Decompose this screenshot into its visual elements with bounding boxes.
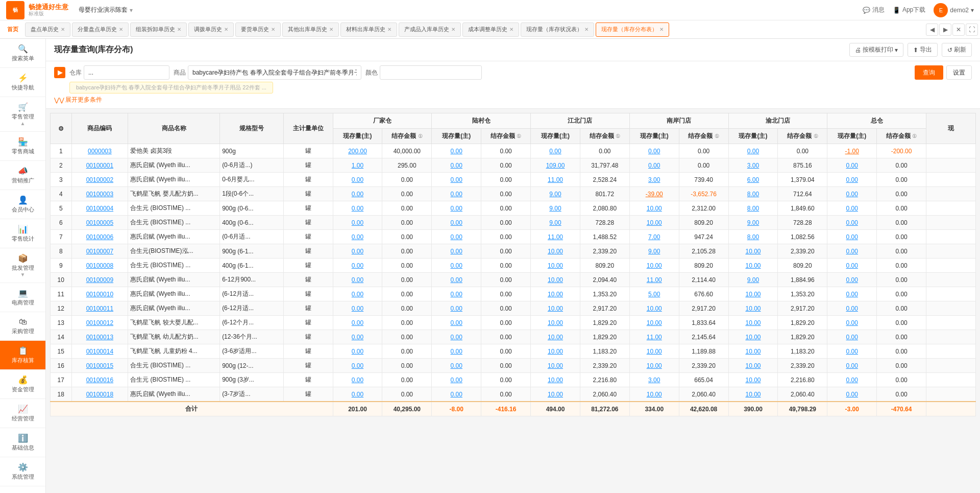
cell-jiangbei-qty[interactable]: 10.00 (531, 301, 580, 316)
cell-code[interactable]: 00100011 (71, 301, 128, 316)
cell-nanan-qty[interactable]: 3.00 (629, 373, 679, 387)
cell-code[interactable]: 00100008 (71, 259, 128, 273)
cell-code[interactable]: 00100010 (71, 287, 128, 301)
cell-jiangbei-qty[interactable]: 9.00 (531, 216, 580, 230)
cell-code[interactable]: 00100007 (71, 244, 128, 259)
sidebar-item-basic[interactable]: ℹ️ 基础信息 (0, 428, 45, 457)
cell-nanan-qty[interactable]: 10.00 (629, 359, 679, 373)
cell-nanan-qty[interactable]: 10.00 (629, 301, 679, 316)
cell-lucun-qty[interactable]: 0.00 (432, 287, 481, 301)
sidebar-item-stock[interactable]: 📋 库存核算 (0, 341, 45, 370)
sidebar-item-retail-stats[interactable]: 📊 零售统计 (0, 219, 45, 248)
cell-lucun-qty[interactable]: 0.00 (432, 144, 481, 158)
cell-yubei-qty[interactable]: 10.00 (728, 244, 778, 259)
cell-total-qty[interactable]: 0.00 (827, 244, 877, 259)
cell-code[interactable]: 00100018 (71, 387, 128, 402)
cell-factory-qty[interactable]: 0.00 (333, 259, 382, 273)
cell-jiangbei-qty[interactable]: 0.00 (531, 144, 580, 158)
cell-factory-qty[interactable]: 0.00 (333, 301, 382, 316)
sidebar-item-ops[interactable]: 📈 经营管理 (0, 399, 45, 428)
print-button[interactable]: 🖨 按模板打印 ▾ (849, 43, 903, 57)
cell-nanan-qty[interactable]: 11.00 (629, 330, 679, 344)
cell-nanan-qty[interactable]: 10.00 (629, 316, 679, 330)
sidebar-item-search[interactable]: 🔍 搜索英单 (0, 39, 45, 68)
cell-yubei-qty[interactable]: 10.00 (728, 259, 778, 273)
sidebar-item-retail-mgmt[interactable]: 🛒 零售管理 ▲ (0, 97, 45, 132)
cell-total-qty[interactable]: 0.00 (827, 273, 877, 287)
user-menu[interactable]: E demo2 ▾ (934, 3, 974, 17)
tab-home[interactable]: 首页 (2, 22, 23, 37)
cell-factory-qty[interactable]: 0.00 (333, 316, 382, 330)
cell-code[interactable]: 00100009 (71, 273, 128, 287)
cell-lucun-qty[interactable]: 0.00 (432, 216, 481, 230)
tab-stock-status[interactable]: 现存量（库存状况表） ✕ (521, 22, 594, 37)
cell-factory-qty[interactable]: 0.00 (333, 344, 382, 359)
app-download-btn[interactable]: 📱 App下载 (893, 6, 925, 14)
cell-nanan-qty[interactable]: -39.00 (629, 187, 679, 201)
search-button[interactable]: 查询 (915, 65, 943, 80)
cell-nanan-qty[interactable]: 10.00 (629, 201, 679, 216)
sidebar-item-purchase[interactable]: 🛍 采购管理 (0, 312, 45, 341)
cell-total-qty[interactable]: -1.00 (827, 144, 877, 158)
cell-lucun-qty[interactable]: 0.00 (432, 158, 481, 173)
cell-total-qty[interactable]: 0.00 (827, 330, 877, 344)
cell-yubei-qty[interactable]: 10.00 (728, 316, 778, 330)
cell-jiangbei-qty[interactable]: 10.00 (531, 387, 580, 402)
sidebar-item-system[interactable]: ⚙️ 系统管理 (0, 457, 45, 486)
cell-nanan-qty[interactable]: 10.00 (629, 344, 679, 359)
cell-factory-qty[interactable]: 0.00 (333, 244, 382, 259)
cell-code[interactable]: 00100001 (71, 158, 128, 173)
tab-assemble-history[interactable]: 组装拆卸单历史 ✕ (130, 22, 187, 37)
cell-yubei-qty[interactable]: 10.00 (728, 359, 778, 373)
cell-lucun-qty[interactable]: 0.00 (432, 344, 481, 359)
cell-jiangbei-qty[interactable]: 10.00 (531, 316, 580, 330)
cell-yubei-qty[interactable]: 8.00 (728, 187, 778, 201)
settings-button[interactable]: 设置 (946, 65, 972, 80)
cell-lucun-qty[interactable]: 0.00 (432, 259, 481, 273)
cell-total-qty[interactable]: 0.00 (827, 373, 877, 387)
cell-code[interactable]: 00100006 (71, 230, 128, 244)
cell-code[interactable]: 00100005 (71, 216, 128, 230)
sidebar-item-member[interactable]: 👤 会员中心 (0, 190, 45, 219)
sidebar-item-enterprise-collab[interactable]: 🤝 企业协同 (0, 486, 45, 493)
cell-jiangbei-qty[interactable]: 10.00 (531, 244, 580, 259)
tab-fullscreen-btn[interactable]: ⛶ (966, 24, 978, 36)
cell-lucun-qty[interactable]: 0.00 (432, 244, 481, 259)
sidebar-item-marketing[interactable]: 📣 营销推广 (0, 161, 45, 190)
cell-lucun-qty[interactable]: 0.00 (432, 230, 481, 244)
cell-nanan-qty[interactable]: 10.00 (629, 216, 679, 230)
cell-jiangbei-qty[interactable]: 9.00 (531, 187, 580, 201)
cell-yubei-qty[interactable]: 8.00 (728, 230, 778, 244)
cell-jiangbei-qty[interactable]: 11.00 (531, 173, 580, 187)
cell-code[interactable]: 00100002 (71, 173, 128, 187)
cell-yubei-qty[interactable]: 9.00 (728, 216, 778, 230)
cell-factory-qty[interactable]: 0.00 (333, 216, 382, 230)
cell-total-qty[interactable]: 0.00 (827, 344, 877, 359)
cell-jiangbei-qty[interactable]: 10.00 (531, 330, 580, 344)
cell-nanan-qty[interactable]: 3.00 (629, 173, 679, 187)
cell-lucun-qty[interactable]: 0.00 (432, 273, 481, 287)
tab-prev-btn[interactable]: ◀ (926, 24, 938, 36)
cell-nanan-qty[interactable]: 11.00 (629, 273, 679, 287)
cell-code[interactable]: 00100016 (71, 373, 128, 387)
cell-yubei-qty[interactable]: 9.00 (728, 273, 778, 287)
tab-demand-history[interactable]: 要货单历史 ✕ (235, 22, 281, 37)
cell-lucun-qty[interactable]: 0.00 (432, 301, 481, 316)
refresh-button[interactable]: ↺ 刷新 (942, 43, 972, 57)
tab-cost-adjust-history[interactable]: 成本调整单历史 ✕ (462, 22, 519, 37)
cell-lucun-qty[interactable]: 0.00 (432, 187, 481, 201)
cell-jiangbei-qty[interactable]: 10.00 (531, 359, 580, 373)
sidebar-item-retail-shop[interactable]: 🏪 零售商城 (0, 132, 45, 161)
cell-jiangbei-qty[interactable]: 10.00 (531, 287, 580, 301)
cell-nanan-qty[interactable]: 0.00 (629, 144, 679, 158)
cell-factory-qty[interactable]: 0.00 (333, 187, 382, 201)
expand-more-btn[interactable]: ⋁⋁ 展开更多条件 (54, 96, 972, 104)
cell-nanan-qty[interactable]: 10.00 (629, 259, 679, 273)
cell-total-qty[interactable]: 0.00 (827, 187, 877, 201)
cell-jiangbei-qty[interactable]: 109.00 (531, 158, 580, 173)
message-btn[interactable]: 💬 消息 (863, 6, 885, 14)
cell-factory-qty[interactable]: 0.00 (333, 359, 382, 373)
tab-material-out-history[interactable]: 材料出库单历史 ✕ (340, 22, 397, 37)
cell-total-qty[interactable]: 0.00 (827, 158, 877, 173)
cell-total-qty[interactable]: 0.00 (827, 230, 877, 244)
